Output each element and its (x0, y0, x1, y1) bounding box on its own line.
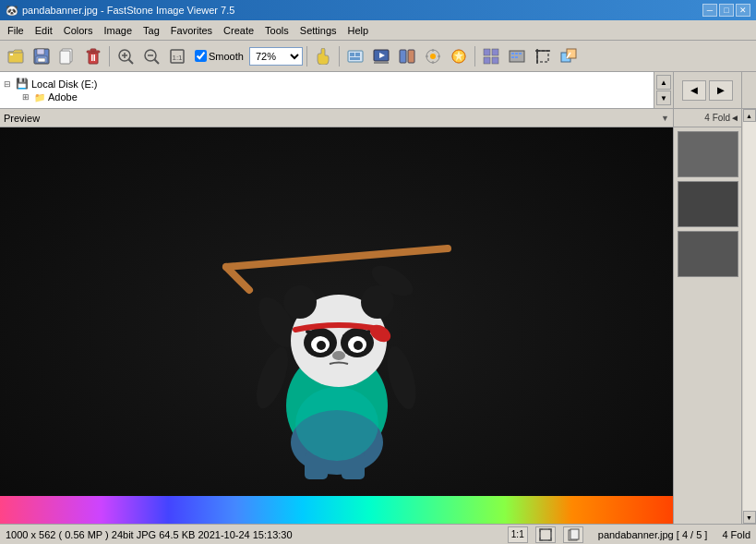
toolbar-crop-button[interactable] (531, 44, 555, 68)
svg-rect-43 (484, 49, 490, 55)
thumbnail-item-1[interactable] (678, 131, 738, 177)
status-bar-right: 1:1 pandabanner.jpg [ 4 / 5 ] 4 Fold (508, 526, 750, 543)
minimize-button[interactable]: ─ (702, 4, 717, 17)
scrollbar-down-button[interactable]: ▼ (743, 511, 756, 524)
toolbar: 1:1 Smooth 72% 25% 50% 100% 150% 200% Fi… (0, 41, 756, 72)
maximize-button[interactable]: □ (719, 4, 734, 17)
toolbar-hand-button[interactable] (311, 44, 335, 68)
tree-item-folder[interactable]: ⊞ 📁 Adobe (4, 91, 650, 103)
file-tree-panel: ⊟ 💾 Local Disk (E:) ⊞ 📁 Adobe (0, 72, 654, 108)
fold-label-row: 4 Fold◄ (674, 109, 741, 127)
status-separator-2: ) (105, 529, 112, 540)
panda-figure (198, 193, 475, 489)
menu-bar: File Edit Colors Image Tag Favorites Cre… (0, 20, 756, 41)
svg-rect-14 (90, 49, 96, 51)
zoom-select[interactable]: 72% 25% 50% 100% 150% 200% Fit Window (249, 47, 303, 66)
smooth-label[interactable]: Smooth (209, 51, 244, 62)
thumbnail-item-2[interactable] (678, 181, 738, 227)
image-bitdepth: 24bit (112, 529, 134, 540)
image-dimensions: 1000 x 562 (6, 529, 55, 540)
toolbar-sep-2 (306, 46, 307, 66)
panda-image (0, 127, 673, 524)
toolbar-grid-button[interactable] (479, 44, 503, 68)
image-date: 2021-10-24 (198, 529, 249, 540)
svg-line-59 (226, 248, 448, 267)
ratio-label: 1:1 (511, 529, 524, 539)
close-button[interactable]: ✕ (736, 4, 750, 17)
image-filesize: 64.5 KB (159, 529, 195, 540)
tree-item-drive[interactable]: ⊟ 💾 Local Disk (E:) (4, 78, 650, 90)
svg-rect-11 (60, 51, 70, 64)
folder-icon: 📁 (34, 92, 45, 103)
menu-colors[interactable]: Colors (58, 23, 99, 38)
toolbar-copy-button[interactable] (55, 44, 79, 68)
menu-help[interactable]: Help (342, 23, 375, 38)
svg-rect-44 (492, 49, 498, 55)
toolbar-slideshow-button[interactable] (369, 44, 393, 68)
svg-rect-34 (408, 50, 414, 63)
toolbar-sep-1 (109, 46, 110, 66)
toolbar-enhance-button[interactable] (447, 44, 471, 68)
svg-rect-83 (540, 529, 551, 540)
svg-rect-4 (37, 49, 44, 54)
toolbar-zoom-in-button[interactable] (114, 44, 138, 68)
toolbar-zoom-out-button[interactable] (139, 44, 163, 68)
thumbnail-item-3[interactable] (678, 231, 738, 277)
svg-rect-0 (8, 52, 23, 63)
toolbar-save-button[interactable] (30, 44, 54, 68)
toolbar-open-button[interactable] (4, 44, 28, 68)
nav-next-button[interactable]: ► (709, 80, 733, 101)
toolbar-sep-4 (474, 46, 475, 66)
drive-label: Local Disk (E:) (31, 79, 98, 90)
menu-settings[interactable]: Settings (294, 23, 342, 38)
toolbar-browse-button[interactable] (343, 44, 367, 68)
svg-rect-29 (350, 57, 360, 60)
menu-tools[interactable]: Tools (259, 23, 294, 38)
tree-subfolder-expand-icon: ⊞ (22, 92, 31, 102)
menu-file[interactable]: File (2, 23, 30, 38)
image-view[interactable] (0, 127, 673, 524)
svg-rect-49 (515, 53, 518, 54)
svg-rect-2 (10, 54, 13, 55)
nav-prev-button[interactable]: ◄ (682, 80, 706, 101)
right-panel: 4 Fold◄ (673, 109, 741, 524)
toolbar-thumbnail-button[interactable] (505, 44, 529, 68)
preview-label: Preview (4, 113, 40, 124)
zoom-actual-button[interactable]: 1:1 (508, 526, 528, 543)
svg-rect-6 (38, 58, 45, 62)
image-time: 15:13:30 (253, 529, 293, 540)
toolbar-resize-button[interactable] (557, 44, 581, 68)
toolbar-color-picker-button[interactable] (421, 44, 445, 68)
right-scrollbar: ▲ ▼ (741, 109, 756, 524)
menu-favorites[interactable]: Favorites (165, 23, 218, 38)
svg-rect-28 (355, 53, 360, 56)
toolbar-compare-button[interactable] (395, 44, 419, 68)
svg-rect-46 (492, 57, 498, 64)
status-file-info: 1000 x 562 ( 0.56 MP ) 24bit JPG 64.5 KB… (6, 529, 293, 540)
svg-rect-51 (511, 56, 514, 58)
svg-rect-85 (570, 529, 579, 539)
smooth-checkbox[interactable] (195, 50, 207, 62)
preview-label-row: Preview ▼ (0, 109, 673, 127)
toolbar-actual-size-button[interactable]: 1:1 (165, 44, 189, 68)
thumbnail-scroll-area[interactable] (674, 127, 741, 524)
svg-line-18 (129, 59, 134, 64)
svg-point-78 (332, 351, 345, 360)
scrollbar-up-button[interactable]: ▲ (743, 109, 756, 122)
drive-icon: 💾 (16, 78, 29, 90)
tree-nav-buttons: ▲ ▼ (654, 72, 673, 108)
nav-up-button[interactable]: ▲ (656, 75, 671, 90)
menu-edit[interactable]: Edit (30, 23, 58, 38)
toolbar-delete-button[interactable] (81, 44, 105, 68)
scrollbar-track[interactable] (743, 122, 756, 511)
menu-tag[interactable]: Tag (138, 23, 165, 38)
menu-image[interactable]: Image (99, 23, 138, 38)
svg-rect-16 (94, 54, 96, 61)
svg-point-79 (283, 285, 317, 319)
menu-create[interactable]: Create (218, 23, 259, 38)
nav-down-button[interactable]: ▼ (656, 91, 671, 105)
svg-point-82 (295, 387, 378, 461)
fit-window-status-button[interactable] (535, 526, 556, 543)
copy-status-button[interactable] (563, 526, 583, 543)
preview-collapse-button[interactable]: ▼ (661, 114, 669, 123)
